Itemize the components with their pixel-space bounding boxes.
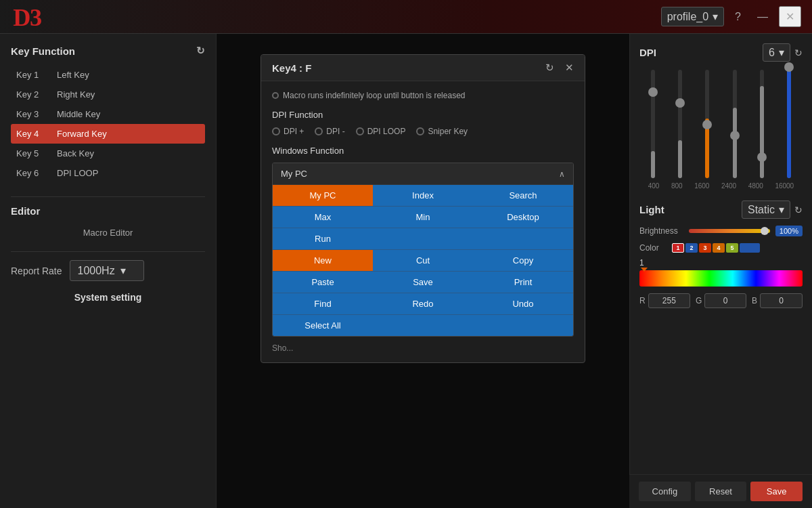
dropdown-cell-desktop[interactable]: Desktop — [473, 207, 573, 228]
dpi-slider-4-thumb[interactable] — [730, 131, 740, 140]
dpi-slider-6-thumb[interactable] — [784, 62, 794, 72]
dropdown-header-row[interactable]: My PC ∧ — [273, 163, 573, 185]
brightness-thumb[interactable] — [761, 227, 769, 235]
light-mode-selector[interactable]: Static ▾ — [742, 200, 790, 219]
dpi-slider-4[interactable] — [724, 70, 746, 178]
dropdown-cell-cut[interactable]: Cut — [373, 250, 473, 271]
window-close-button[interactable]: ✕ — [779, 6, 801, 27]
dropdown-cell-print[interactable]: Print — [473, 272, 573, 293]
dpi-slider-2-thumb[interactable] — [675, 98, 685, 108]
svg-text:3: 3 — [30, 4, 42, 30]
dpi-slider-2[interactable] — [669, 70, 691, 178]
color-gradient-bar[interactable] — [639, 270, 803, 287]
brightness-slider[interactable] — [689, 229, 770, 233]
profile-dropdown-icon: ▾ — [713, 10, 718, 23]
key-row-4[interactable]: Key 4 Forward Key — [11, 124, 205, 144]
sniper-key-label: Sniper Key — [428, 127, 468, 136]
dpi-number-selector[interactable]: 6 ▾ — [763, 43, 790, 62]
key-row-2[interactable]: Key 2 Right Key — [11, 85, 205, 104]
save-button[interactable]: Save — [750, 482, 803, 501]
color-swatch-wide[interactable] — [740, 243, 760, 253]
dropdown-row-4: New Cut Copy — [273, 249, 573, 271]
config-button[interactable]: Config — [639, 482, 691, 501]
dropdown-cell-my-pc[interactable]: My PC — [273, 185, 373, 206]
dpi-slider-5-thumb[interactable] — [757, 152, 767, 162]
dpi-slider-5[interactable] — [751, 70, 773, 178]
light-title: Light — [639, 204, 664, 215]
rgb-g-label: G — [696, 296, 702, 305]
dpi-tick-16000: 16000 — [775, 182, 794, 190]
dropdown-cell-paste[interactable]: Paste — [273, 272, 373, 293]
key-6-name: Key 6 — [16, 168, 57, 178]
dropdown-cell-find[interactable]: Find — [273, 293, 373, 314]
dropdown-cell-copy[interactable]: Copy — [473, 250, 573, 271]
dpi-plus-radio — [272, 127, 280, 135]
dpi-slider-1[interactable] — [642, 70, 664, 178]
dpi-slider-6-track[interactable] — [787, 70, 791, 178]
key-5-value: Back Key — [57, 148, 94, 158]
rgb-r-value[interactable]: 255 — [648, 293, 690, 308]
dpi-slider-6[interactable] — [778, 70, 800, 178]
dpi-slider-1-thumb[interactable] — [648, 87, 658, 97]
dpi-minus-option[interactable]: DPI - — [315, 127, 344, 136]
sniper-key-option[interactable]: Sniper Key — [416, 127, 468, 136]
report-rate-label: Report Rate — [11, 266, 62, 276]
key-row-1[interactable]: Key 1 Left Key — [11, 65, 205, 85]
dpi-plus-option[interactable]: DPI + — [272, 127, 304, 136]
macro-editor-button[interactable]: Macro Editor — [11, 225, 205, 240]
light-refresh-button[interactable]: ↻ — [794, 205, 803, 215]
shortcut-info: Sho... — [272, 343, 574, 353]
color-swatch-5[interactable]: 5 — [726, 243, 738, 253]
key-6-value: DPI LOOP — [57, 168, 98, 178]
dpi-slider-3-track[interactable] — [705, 70, 709, 178]
minimize-button[interactable]: — — [752, 8, 773, 26]
dropdown-cell-undo[interactable]: Undo — [473, 293, 573, 314]
dropdown-cell-new[interactable]: New — [273, 250, 373, 271]
dropdown-row-2: Max Min Desktop — [273, 206, 573, 228]
dpi-slider-3-thumb[interactable] — [702, 120, 712, 129]
dpi-number-value: 6 — [769, 47, 775, 59]
dropdown-cell-run[interactable]: Run — [273, 228, 373, 249]
key-5-name: Key 5 — [16, 148, 57, 158]
color-swatch-4[interactable]: 4 — [713, 243, 725, 253]
dpi-loop-option[interactable]: DPI LOOP — [356, 127, 406, 136]
report-rate-selector[interactable]: 1000Hz ▾ — [70, 260, 144, 281]
dropdown-cell-save[interactable]: Save — [373, 272, 473, 293]
help-button[interactable]: ? — [729, 8, 746, 26]
key-row-5[interactable]: Key 5 Back Key — [11, 144, 205, 163]
dropdown-cell-search[interactable]: Search — [473, 185, 573, 206]
modal-close-icon[interactable]: ✕ — [565, 62, 574, 74]
key-row-3[interactable]: Key 3 Middle Key — [11, 104, 205, 124]
dpi-slider-1-fill — [651, 151, 655, 178]
center-area: Key4 : F ↻ ✕ Macro runs indefinitely loo… — [217, 34, 629, 508]
sidebar-refresh-icon[interactable]: ↻ — [196, 45, 205, 57]
dpi-slider-5-track[interactable] — [760, 70, 764, 178]
color-swatch-1[interactable]: 1 — [672, 243, 684, 253]
profile-selector[interactable]: profile_0 ▾ — [661, 7, 724, 26]
dropdown-cell-redo[interactable]: Redo — [373, 293, 473, 314]
dpi-slider-4-track[interactable] — [733, 70, 737, 178]
key-row-6[interactable]: Key 6 DPI LOOP — [11, 163, 205, 183]
key-2-name: Key 2 — [16, 89, 57, 100]
color-swatch-3[interactable]: 3 — [699, 243, 711, 253]
key-3-name: Key 3 — [16, 109, 57, 119]
dropdown-cell-index[interactable]: Index — [373, 185, 473, 206]
dropdown-cell-empty-2 — [473, 228, 573, 249]
dropdown-row-3: Run — [273, 228, 573, 249]
dpi-refresh-button[interactable]: ↻ — [794, 47, 803, 58]
dpi-slider-2-track[interactable] — [678, 70, 682, 178]
modal-refresh-icon[interactable]: ↻ — [545, 62, 554, 74]
rgb-b-value[interactable]: 0 — [760, 293, 803, 308]
system-setting-button[interactable]: System setting — [11, 292, 205, 303]
reset-button[interactable]: Reset — [695, 482, 747, 501]
dropdown-cell-min[interactable]: Min — [373, 207, 473, 228]
key-4-value: Forward Key — [57, 129, 107, 139]
dropdown-cell-max[interactable]: Max — [273, 207, 373, 228]
color-swatch-2[interactable]: 2 — [685, 243, 698, 253]
dpi-slider-3[interactable] — [696, 70, 718, 178]
rgb-g-value[interactable]: 0 — [704, 293, 746, 308]
dropdown-cell-select-all[interactable]: Select All — [273, 315, 373, 336]
macro-info-text: Macro runs indefinitely loop until butto… — [283, 91, 465, 100]
dpi-slider-1-track[interactable] — [651, 70, 655, 178]
header: D 3 profile_0 ▾ ? — ✕ — [0, 0, 812, 34]
